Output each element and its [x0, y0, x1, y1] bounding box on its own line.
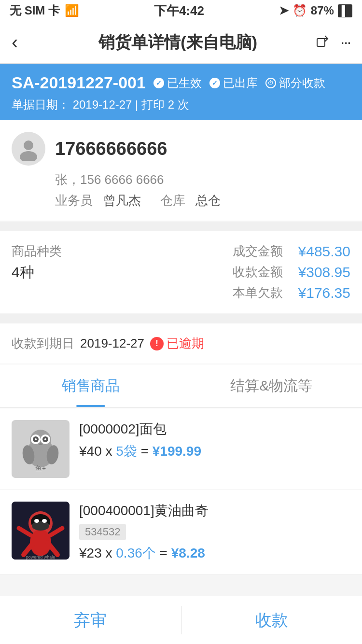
product-price-2: ¥23 x 0.36个 = ¥8.28	[79, 544, 350, 562]
nav-actions: ···	[315, 33, 350, 52]
product-base-price-2: ¥23	[79, 546, 102, 560]
svg-point-1	[24, 140, 33, 150]
warehouse-label: 仓库	[160, 193, 185, 208]
overdue-badge: ! 已逾期	[150, 335, 204, 352]
overdue-icon: !	[150, 337, 164, 350]
status-partial: ⏱ 部分收款	[265, 75, 325, 91]
due-amount-value: ¥176.35	[292, 285, 350, 301]
category-label: 商品种类	[12, 243, 62, 260]
product-total-2: ¥8.28	[171, 546, 205, 560]
sales-meta: 业务员 曾凡杰	[55, 192, 141, 209]
product-tag-2: 534532	[79, 524, 126, 540]
due-date-value: 2019-12-27	[80, 336, 144, 351]
tab-settlement[interactable]: 结算&物流等	[181, 364, 362, 407]
svg-point-21	[34, 519, 39, 523]
battery-icon: ▌	[338, 4, 352, 17]
overdue-text: 已逾期	[167, 335, 204, 352]
avatar	[12, 132, 45, 166]
separator-2	[0, 314, 362, 323]
warehouse-meta: 仓库 总仓	[160, 192, 221, 209]
more-button[interactable]: ···	[340, 33, 350, 51]
receipt-amount-label: 收款金额	[233, 264, 283, 280]
customer-phone: 17666666666	[55, 139, 167, 159]
category-value: 4种	[12, 263, 62, 282]
product-base-price-1: ¥40	[79, 444, 102, 459]
tab-settlement-label: 结算&物流等	[230, 376, 312, 396]
customer-section: 17666666666 张，156 6666 6666 业务员 曾凡杰 仓库 总…	[0, 120, 362, 221]
due-date-label: 收款到期日	[12, 335, 74, 352]
warehouse-name: 总仓	[195, 193, 221, 208]
product-price-1: ¥40 x 5袋 = ¥199.99	[79, 442, 350, 461]
reject-button[interactable]: 弃审	[0, 596, 181, 644]
back-button[interactable]: ‹	[12, 31, 41, 53]
sales-label: 业务员	[55, 193, 93, 208]
svg-point-10	[35, 438, 37, 440]
svg-point-20	[32, 521, 49, 531]
order-date: 2019-12-27	[73, 98, 132, 111]
summary-right: 成交金额 ¥485.30 收款金额 ¥308.95 本单欠款 ¥176.35	[233, 243, 350, 301]
date-label: 单据日期：	[12, 98, 70, 111]
order-id: SA-20191227-001	[12, 73, 146, 92]
product-qty-1: 5袋	[116, 444, 137, 459]
wifi-icon: 📶	[65, 4, 79, 17]
svg-rect-0	[317, 39, 325, 46]
check-icon-active	[153, 78, 164, 88]
svg-text:鱼+: 鱼+	[35, 464, 46, 472]
status-shipped: 已出库	[209, 75, 258, 91]
order-header: SA-20191227-001 已生效 已出库 ⏱ 部分收款 单据日期： 201…	[0, 64, 362, 120]
summary-section: 商品种类 4种 成交金额 ¥485.30 收款金额 ¥308.95 本单欠款 ¥…	[0, 231, 362, 313]
product-item-2: powered whale [000400001]黄油曲奇 534532 ¥23…	[0, 490, 362, 574]
product-info-1: [0000002]面包 ¥40 x 5袋 = ¥199.99	[79, 420, 350, 461]
product-image-1: 鱼+	[12, 420, 70, 478]
page-title: 销货单详情(来自电脑)	[41, 31, 315, 54]
customer-row: 17666666666	[12, 132, 350, 166]
separator-1	[0, 222, 362, 231]
product-info-2: [000400001]黄油曲奇 534532 ¥23 x 0.36个 = ¥8.…	[79, 502, 350, 562]
product-total-1: ¥199.99	[153, 444, 201, 459]
summary-left: 商品种类 4种	[12, 243, 62, 282]
product-list: 鱼+ [0000002]面包 ¥40 x 5袋 = ¥199.99	[0, 408, 362, 574]
amount-row-deal: 成交金额 ¥485.30	[233, 243, 350, 260]
product-name-1: [0000002]面包	[79, 420, 350, 438]
print-info: | 打印 2 次	[135, 98, 189, 111]
status-left: 无 SIM 卡 📶	[10, 3, 79, 18]
nav-bar: ‹ 销货单详情(来自电脑) ···	[0, 21, 362, 64]
time-label: 下午4:42	[154, 2, 204, 19]
collect-button[interactable]: 收款	[181, 596, 362, 644]
customer-meta: 业务员 曾凡杰 仓库 总仓	[55, 192, 350, 209]
due-amount-label: 本单欠款	[233, 284, 283, 301]
location-icon: ➤	[279, 4, 289, 17]
battery-label: 87%	[311, 4, 334, 17]
svg-point-22	[42, 519, 47, 523]
tabs-section: 销售商品 结算&物流等	[0, 364, 362, 407]
alarm-icon: ⏰	[292, 4, 307, 17]
amount-row-receipt: 收款金额 ¥308.95	[233, 264, 350, 280]
product-image-2: powered whale	[12, 502, 70, 560]
tab-sales-label: 销售商品	[62, 376, 120, 396]
tab-underline	[76, 405, 105, 407]
svg-point-2	[20, 151, 37, 161]
amount-row-due: 本单欠款 ¥176.35	[233, 284, 350, 301]
status-active: 已生效	[153, 75, 202, 91]
customer-sub-info: 张，156 6666 6666	[55, 171, 350, 188]
product-item-1: 鱼+ [0000002]面包 ¥40 x 5袋 = ¥199.99	[0, 408, 362, 490]
status-right: ➤ ⏰ 87% ▌	[279, 4, 352, 17]
due-date-section: 收款到期日 2019-12-27 ! 已逾期	[0, 323, 362, 364]
summary-grid: 商品种类 4种 成交金额 ¥485.30 收款金额 ¥308.95 本单欠款 ¥…	[12, 243, 350, 301]
status-bar: 无 SIM 卡 📶 下午4:42 ➤ ⏰ 87% ▌	[0, 0, 362, 21]
carrier-label: 无 SIM 卡	[10, 3, 60, 18]
order-date-row: 单据日期： 2019-12-27 | 打印 2 次	[12, 97, 350, 112]
svg-text:powered whale: powered whale	[26, 555, 56, 560]
product-name-2: [000400001]黄油曲奇	[79, 502, 350, 520]
clock-icon: ⏱	[265, 78, 276, 88]
check-icon-shipped	[209, 78, 220, 88]
product-qty-2: 0.36个	[116, 546, 156, 560]
deal-amount-label: 成交金额	[233, 243, 283, 260]
order-header-row1: SA-20191227-001 已生效 已出库 ⏱ 部分收款	[12, 73, 350, 92]
status-partial-label: 部分收款	[279, 75, 325, 91]
deal-amount-value: ¥485.30	[292, 243, 350, 260]
tab-sales-products[interactable]: 销售商品	[0, 364, 181, 407]
sales-name: 曾凡杰	[103, 193, 141, 208]
svg-point-11	[44, 438, 46, 440]
share-button[interactable]	[315, 33, 331, 52]
